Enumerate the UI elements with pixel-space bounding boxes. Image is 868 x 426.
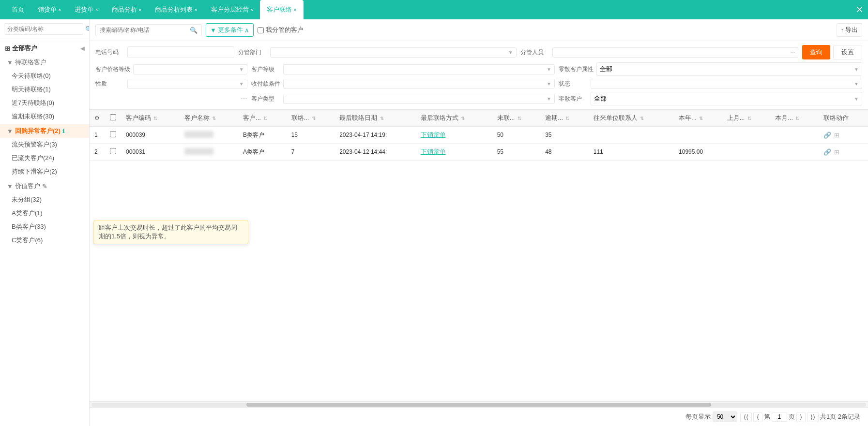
sidebar-item-loss-warn[interactable]: 流失预警客户(3) bbox=[0, 138, 89, 151]
close-purchase-icon[interactable]: × bbox=[95, 7, 98, 13]
row2-name bbox=[180, 144, 238, 161]
th-checkbox[interactable] bbox=[105, 110, 121, 127]
sidebar-item-declining[interactable]: 持续下滑客户(2) bbox=[0, 165, 89, 178]
sort-name-icon[interactable]: ⇅ bbox=[212, 116, 216, 121]
filter-retail-attr-select[interactable]: 全部 ▼ bbox=[596, 62, 862, 76]
nav-analysis-list-label: 商品分析列表 bbox=[155, 5, 193, 14]
horizontal-scrollbar[interactable] bbox=[90, 401, 868, 407]
page-input[interactable] bbox=[772, 412, 787, 422]
nav-sales[interactable]: 销货单 × bbox=[31, 0, 68, 19]
nav-home[interactable]: 首页 bbox=[5, 0, 31, 19]
sidebar-search-input[interactable] bbox=[4, 23, 83, 35]
row1-last-type-link[interactable]: 下销货单 bbox=[421, 131, 446, 138]
nav-analysis[interactable]: 商品分析 × bbox=[105, 0, 148, 19]
row2-actions: 🔗 ⊞ bbox=[819, 144, 868, 161]
page-next-btn[interactable]: ⟩ bbox=[796, 412, 806, 422]
row1-checkbox[interactable] bbox=[105, 127, 121, 144]
close-customer-tier-icon[interactable]: × bbox=[250, 7, 253, 13]
nav-customer-contact[interactable]: 客户联络 × bbox=[260, 0, 303, 19]
close-all-tabs[interactable]: ✕ bbox=[856, 4, 863, 15]
more-filter-btn[interactable]: ▼ 更多条件 ∧ bbox=[206, 23, 254, 37]
filter-dept-label: 分管部门 bbox=[238, 48, 267, 57]
th-actions: 联络动作 bbox=[819, 110, 868, 127]
sidebar-item-7days[interactable]: 近7天待联络(0) bbox=[0, 96, 89, 110]
more-icon[interactable]: ··· bbox=[241, 94, 247, 103]
data-table: ⚙ 客户编码 ⇅ 客户名称 ⇅ 客户... ⇅ bbox=[90, 110, 868, 161]
scrollbar-thumb[interactable] bbox=[246, 403, 711, 407]
row2-last-type-link[interactable]: 下销货单 bbox=[421, 148, 446, 155]
filter-manager-select[interactable]: ··· bbox=[552, 47, 798, 58]
content-area: 🔍 ▼ 更多条件 ∧ 我分管的客户 ↑ 导出 bbox=[90, 19, 868, 426]
sidebar-group-value-title[interactable]: ▼ 价值客户 ✎ bbox=[0, 179, 89, 193]
my-customers-checkbox-label[interactable]: 我分管的客户 bbox=[258, 26, 304, 34]
page-first-btn[interactable]: ⟨⟨ bbox=[740, 412, 752, 422]
select-all-checkbox[interactable] bbox=[110, 114, 116, 120]
close-customer-contact-icon[interactable]: × bbox=[293, 7, 296, 13]
search-input[interactable] bbox=[100, 27, 190, 33]
filter-level-select[interactable]: ▼ bbox=[283, 64, 555, 74]
th-category: 客户... ⇅ bbox=[238, 110, 287, 127]
sort-type-icon[interactable]: ⇅ bbox=[461, 116, 465, 121]
page-last-btn[interactable]: ⟩⟩ bbox=[807, 412, 819, 422]
th-settings[interactable]: ⚙ bbox=[90, 110, 105, 127]
filter-more-btn[interactable]: ··· bbox=[95, 94, 247, 103]
nav-customer-tier[interactable]: 客户分层经营 × bbox=[204, 0, 260, 19]
close-analysis-icon[interactable]: × bbox=[138, 7, 141, 13]
sidebar-all-customers[interactable]: ⊞ 全部客户 ◀ bbox=[0, 41, 89, 56]
search-icon[interactable]: 🔍 bbox=[190, 27, 198, 34]
page-prev-btn[interactable]: ⟨ bbox=[753, 412, 762, 422]
close-analysis-list-icon[interactable]: × bbox=[194, 7, 197, 13]
close-sales-icon[interactable]: × bbox=[58, 7, 61, 13]
filter-customer-type-select[interactable]: ▼ bbox=[283, 94, 555, 104]
my-customers-checkbox[interactable] bbox=[258, 27, 264, 33]
sort-cat-icon[interactable]: ⇅ bbox=[263, 116, 267, 121]
sidebar-item-tomorrow[interactable]: 明天待联络(1) bbox=[0, 83, 89, 96]
sidebar-item-b-class[interactable]: B类客户(33) bbox=[0, 220, 89, 234]
sort-nc-icon[interactable]: ⇅ bbox=[518, 116, 521, 121]
filter-price-level-select[interactable]: ▼ bbox=[133, 64, 247, 74]
row1-select[interactable] bbox=[110, 131, 116, 137]
filter-price-level: 客户价格等级 ▼ bbox=[95, 64, 247, 74]
filter-status-select[interactable]: ▼ bbox=[591, 79, 862, 89]
export-btn[interactable]: ↑ 导出 bbox=[837, 23, 863, 37]
sidebar-item-c-class[interactable]: C类客户(6) bbox=[0, 234, 89, 247]
row2-checkbox[interactable] bbox=[105, 144, 121, 161]
row2-action-grid-icon[interactable]: ⊞ bbox=[834, 148, 839, 156]
edit-icon[interactable]: ✎ bbox=[42, 183, 47, 190]
nav-analysis-list[interactable]: 商品分析列表 × bbox=[148, 0, 204, 19]
row2-action-link-icon[interactable]: 🔗 bbox=[823, 148, 831, 156]
sort-uc-icon[interactable]: ⇅ bbox=[640, 116, 644, 121]
filter-phone-label: 电话号码 bbox=[95, 48, 124, 57]
row2-select[interactable] bbox=[110, 148, 116, 154]
sort-lm-icon[interactable]: ⇅ bbox=[747, 116, 751, 121]
settings-btn[interactable]: 设置 bbox=[833, 45, 862, 59]
sidebar-item-a-class[interactable]: A类客户(1) bbox=[0, 206, 89, 220]
sidebar-group-pending-title[interactable]: ▼ 待联络客户 bbox=[0, 56, 89, 69]
arrow-down-icon3: ▼ bbox=[7, 183, 13, 190]
sidebar-item-ungroup[interactable]: 未分组(32) bbox=[0, 193, 89, 206]
page-label: 第 bbox=[764, 412, 770, 421]
filter-status: 状态 ▼ bbox=[559, 79, 862, 89]
filter-payment-select[interactable]: ▼ bbox=[283, 79, 555, 89]
query-btn[interactable]: 查询 bbox=[802, 45, 830, 59]
nav-purchase[interactable]: 进货单 × bbox=[68, 0, 105, 19]
sort-overdue-icon[interactable]: ⇅ bbox=[565, 116, 569, 121]
sidebar-search-icon[interactable]: 🔍 bbox=[85, 26, 90, 33]
filter-dept-select[interactable]: ▼ bbox=[270, 47, 516, 58]
filter-phone-input[interactable] bbox=[127, 46, 234, 58]
row1-action-link-icon[interactable]: 🔗 bbox=[823, 132, 831, 139]
sort-ty-icon[interactable]: ⇅ bbox=[699, 116, 703, 121]
total-label: 共1页 2条记录 bbox=[820, 412, 860, 421]
sort-date-icon[interactable]: ⇅ bbox=[380, 116, 384, 121]
filter-gender-select[interactable]: ▼ bbox=[127, 79, 247, 89]
sort-code-icon[interactable]: ⇅ bbox=[153, 116, 157, 121]
sidebar-group-abnormal-title[interactable]: ▼ 回购异常客户(2) ℹ bbox=[0, 124, 89, 138]
sidebar-item-lost[interactable]: 已流失客户(24) bbox=[0, 151, 89, 165]
sort-tm-icon[interactable]: ⇅ bbox=[795, 116, 799, 121]
per-page-select[interactable]: 50 100 200 bbox=[713, 411, 737, 422]
sort-contacts-icon[interactable]: ⇅ bbox=[312, 116, 316, 121]
row1-action-grid-icon[interactable]: ⊞ bbox=[834, 132, 839, 139]
sidebar-item-today[interactable]: 今天待联络(0) bbox=[0, 69, 89, 83]
filter-retail-customer-select[interactable]: 全部 ▼ bbox=[591, 92, 862, 105]
sidebar-item-overdue[interactable]: 逾期未联络(30) bbox=[0, 110, 89, 123]
